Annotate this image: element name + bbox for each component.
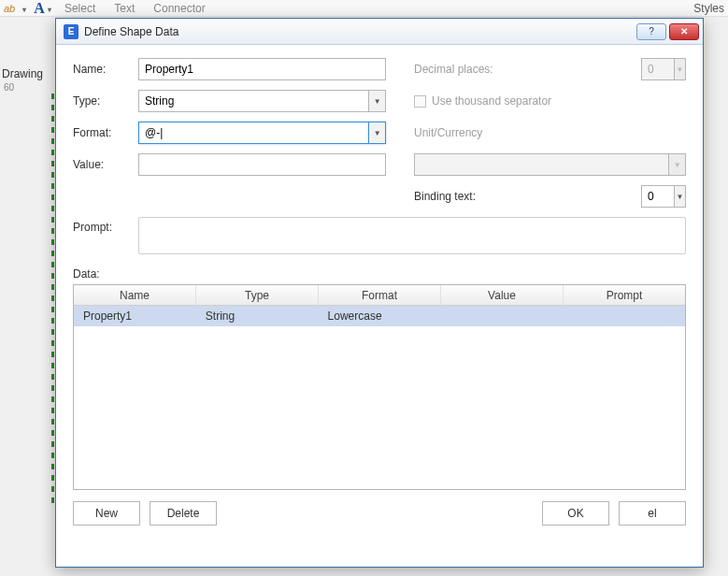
dialog-title: Define Shape Data — [84, 25, 634, 38]
thousand-separator-checkbox[interactable] — [414, 95, 426, 108]
cell-value — [440, 306, 563, 326]
format-label: Format: — [73, 126, 138, 139]
type-label: Type: — [73, 94, 138, 108]
app-icon: E — [64, 24, 79, 39]
name-label: Name: — [73, 63, 138, 76]
decimal-places-input — [641, 58, 674, 80]
format-input[interactable] — [138, 122, 368, 144]
cell-prompt — [563, 306, 685, 326]
thousand-separator-label: Use thousand separator — [432, 94, 551, 108]
ok-button[interactable]: OK — [542, 501, 609, 526]
type-combo[interactable]: ▼ — [138, 90, 386, 112]
decimal-places-combo: ▼ — [641, 58, 686, 80]
table-header: Name Type Format Value Prompt — [74, 285, 685, 306]
binding-text-label: Binding text: — [414, 190, 564, 203]
new-button[interactable]: New — [73, 501, 140, 526]
help-button[interactable]: ? — [636, 23, 666, 40]
decimal-places-label: Decimal places: — [414, 63, 564, 76]
vertical-ruler — [51, 94, 54, 505]
data-table[interactable]: Name Type Format Value Prompt Property1 … — [73, 284, 686, 490]
ruler-mark: 60 — [0, 82, 51, 93]
cell-format: Lowercase — [319, 306, 441, 326]
cell-name: Property1 — [74, 306, 196, 326]
table-row[interactable]: Property1 String Lowercase — [74, 306, 685, 326]
name-input[interactable] — [138, 58, 386, 80]
prompt-textarea[interactable] — [138, 217, 686, 254]
value-input[interactable] — [138, 153, 386, 176]
prompt-label: Prompt: — [73, 217, 138, 234]
select-tool[interactable]: Select — [59, 2, 101, 15]
close-button[interactable]: ✕ — [669, 23, 699, 40]
delete-button[interactable]: Delete — [150, 501, 217, 526]
define-shape-data-dialog: E Define Shape Data ? ✕ Name: Decimal pl… — [55, 18, 704, 568]
binding-text-combo[interactable]: ▼ — [641, 185, 686, 208]
col-name[interactable]: Name — [74, 285, 196, 305]
col-prompt[interactable]: Prompt — [564, 285, 685, 305]
chevron-down-icon: ▼ — [674, 58, 686, 80]
col-value[interactable]: Value — [441, 285, 564, 305]
connector-tool[interactable]: Connector — [148, 2, 210, 15]
type-input[interactable] — [138, 90, 368, 112]
unit-currency-combo: ▼ — [414, 153, 686, 176]
chevron-down-icon[interactable]: ▼ — [368, 90, 386, 112]
binding-text-input[interactable] — [641, 185, 674, 208]
chevron-down-icon[interactable]: ▼ — [368, 122, 386, 144]
font-color-icon[interactable]: A ▾ — [34, 0, 51, 17]
text-tool[interactable]: Text — [108, 2, 140, 15]
left-panel: Drawing 60 — [0, 65, 51, 93]
drawing-panel-label: Drawing — [0, 65, 51, 82]
unit-currency-label: Unit/Currency — [414, 126, 686, 139]
data-label: Data: — [73, 267, 686, 281]
unit-currency-input — [414, 153, 668, 176]
chevron-down-icon[interactable]: ▼ — [674, 185, 686, 208]
text-case-icon[interactable]: ab — [4, 3, 15, 14]
main-toolbar: ab▾ A ▾ Select Text Connector Styles — [0, 0, 728, 17]
chevron-down-icon: ▼ — [668, 153, 686, 176]
styles-panel-label: Styles — [693, 2, 724, 15]
col-type[interactable]: Type — [196, 285, 319, 305]
value-label: Value: — [73, 158, 138, 171]
cancel-button[interactable]: el — [619, 501, 686, 526]
format-combo[interactable]: ▼ — [138, 122, 386, 144]
dialog-titlebar[interactable]: E Define Shape Data ? ✕ — [56, 19, 703, 45]
col-format[interactable]: Format — [319, 285, 441, 305]
cell-type: String — [196, 306, 319, 326]
